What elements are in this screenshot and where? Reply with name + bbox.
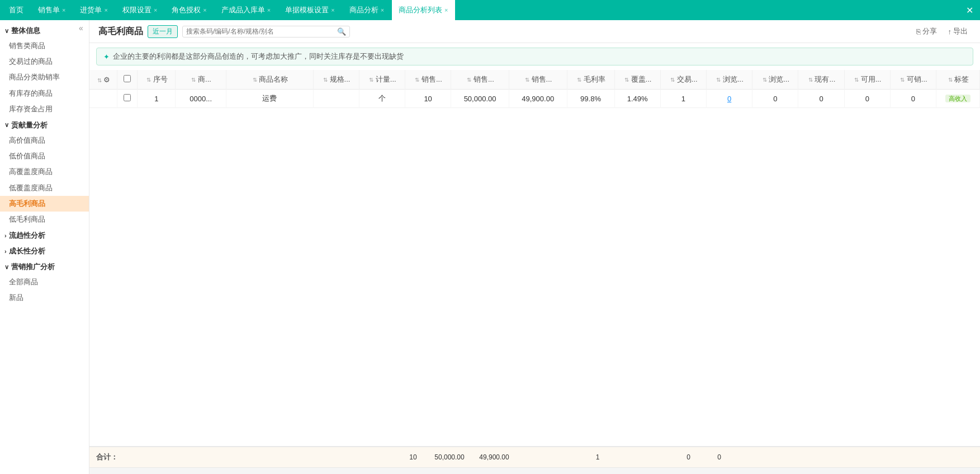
col-header-2: ⇅ 序号 — [138, 70, 176, 90]
nav-tab-close-7[interactable]: × — [381, 7, 384, 13]
cell-0-12: 1 — [660, 90, 706, 108]
col-header-1 — [117, 70, 137, 90]
cell-0-9: 49,900.00 — [509, 90, 567, 108]
sidebar-group-1[interactable]: ∨贡献量分析 — [0, 117, 89, 133]
info-banner: ✦ 企业的主要的利润都是这部分商品创造的，可考虑加大推广，同时关注库存是不要出现… — [96, 48, 973, 65]
cell-0-11: 1.49% — [614, 90, 660, 108]
cell-0-15: 0 — [798, 90, 844, 108]
data-table: ⇅ ⚙⇅ 序号⇅ 商...⇅ 商品名称⇅ 规格...⇅ 计量...⇅ 销售...… — [89, 70, 980, 108]
nav-tab-3[interactable]: 权限设置 × — [116, 0, 164, 20]
nav-tab-close-1[interactable]: × — [62, 7, 65, 13]
nav-tab-close-4[interactable]: × — [203, 7, 206, 13]
footer-cell-3 — [231, 450, 271, 464]
cell-0-13[interactable]: 0 — [707, 90, 752, 108]
content-area: 高毛利商品 近一月 🔍 ⎘ 分享 ↑ 导出 ✦ 企业的主要的利润都是这部分商品创… — [89, 20, 980, 474]
cell-0-18: 高收入 — [936, 90, 980, 108]
cell-0-14: 0 — [752, 90, 798, 108]
sidebar-item-0-0[interactable]: 销售类商品 — [0, 38, 89, 54]
sidebar-group-2[interactable]: ›流趋性分析 — [0, 227, 89, 243]
footer-cell-5 — [338, 450, 371, 464]
footer-cell-15: 0 — [673, 450, 704, 464]
footer-cell-18 — [765, 450, 799, 464]
nav-tab-4[interactable]: 角色授权 × — [165, 0, 213, 20]
nav-tab-close-5[interactable]: × — [267, 7, 271, 13]
top-navigation: 首页销售单 ×进货单 ×权限设置 ×角色授权 ×产成品入库单 ×单据模板设置 ×… — [0, 0, 980, 20]
search-icon[interactable]: 🔍 — [337, 27, 346, 36]
col-header-16: ⇅ 可用... — [844, 70, 890, 90]
export-button[interactable]: ↑ 导出 — [945, 25, 972, 38]
cell-0-4: 运费 — [226, 90, 314, 108]
sidebar-group-3[interactable]: ›成长性分析 — [0, 243, 89, 259]
share-button[interactable]: ⎘ 分享 — [913, 25, 940, 38]
col-header-7: ⇅ 销售... — [405, 70, 451, 90]
nav-tab-2[interactable]: 进货单 × — [73, 0, 114, 20]
sidebar-item-0-3[interactable]: 有库存的商品 — [0, 86, 89, 101]
cell-0-2: 1 — [138, 90, 176, 108]
cell-0-17: 0 — [890, 90, 936, 108]
time-filter-button[interactable]: 近一月 — [148, 25, 178, 38]
group-arrow-icon-3: › — [4, 248, 7, 255]
page-title: 高毛利商品 — [98, 26, 143, 37]
nav-tab-1[interactable]: 销售单 × — [31, 0, 72, 20]
info-icon: ✦ — [103, 53, 110, 61]
cell-0-6: 个 — [359, 90, 405, 108]
sidebar-collapse-button[interactable]: « — [75, 22, 87, 34]
footer-total-bar: 合计： 1050,000.0049,900.00100 — [89, 446, 980, 467]
group-arrow-icon-0: ∨ — [4, 27, 9, 35]
footer-cell-4 — [271, 450, 338, 464]
header-actions: ⎘ 分享 ↑ 导出 — [913, 25, 972, 38]
sidebar-item-1-0[interactable]: 高价值商品 — [0, 133, 89, 148]
sidebar-item-4-1[interactable]: 新品 — [0, 290, 89, 306]
search-input[interactable] — [186, 27, 337, 35]
horizontal-scrollbar[interactable] — [89, 467, 980, 474]
nav-tab-close-3[interactable]: × — [154, 7, 157, 13]
col-header-8: ⇅ 销售... — [451, 70, 509, 90]
data-table-container: ⇅ ⚙⇅ 序号⇅ 商...⇅ 商品名称⇅ 规格...⇅ 计量...⇅ 销售...… — [89, 70, 980, 446]
table-row: 10000...运费个1050,000.0049,900.0099.8%1.49… — [89, 90, 980, 108]
sidebar-item-1-2[interactable]: 高覆盖度商品 — [0, 164, 89, 180]
footer-cell-16: 0 — [704, 450, 735, 464]
nav-tab-close-6[interactable]: × — [331, 7, 334, 13]
nav-tab-8[interactable]: 商品分析列表 × — [392, 0, 455, 20]
col-header-4: ⇅ 商品名称 — [226, 70, 314, 90]
col-header-18: ⇅ 标签 — [936, 70, 980, 90]
col-header-11: ⇅ 覆盖... — [614, 70, 660, 90]
footer-cell-10 — [517, 450, 550, 464]
col-header-5: ⇅ 规格... — [313, 70, 359, 90]
window-close-button[interactable]: ✕ — [962, 3, 978, 18]
col-header-15: ⇅ 现有... — [798, 70, 844, 90]
col-header-17: ⇅ 可销... — [890, 70, 936, 90]
sidebar-item-4-0[interactable]: 全部商品 — [0, 274, 89, 290]
nav-tab-7[interactable]: 商品分析 × — [343, 0, 391, 20]
share-icon: ⎘ — [916, 27, 921, 36]
sidebar-item-1-5[interactable]: 低毛利商品 — [0, 212, 89, 227]
cell-0-7: 10 — [405, 90, 451, 108]
col-header-9: ⇅ 销售... — [509, 70, 567, 90]
nav-tab-close-8[interactable]: × — [444, 7, 448, 13]
footer-cell-11 — [550, 450, 584, 464]
cell-0-3: 0000... — [176, 90, 226, 108]
footer-cell-12: 1 — [584, 450, 612, 464]
sidebar: « ∨整体信息销售类商品交易过的商品商品分类助销率有库存的商品库存资金占用∨贡献… — [0, 20, 89, 474]
nav-tab-close-2[interactable]: × — [104, 7, 107, 13]
content-header: 高毛利商品 近一月 🔍 ⎘ 分享 ↑ 导出 — [89, 20, 980, 43]
sidebar-item-1-4[interactable]: 高毛利商品 — [0, 196, 89, 212]
sidebar-item-1-1[interactable]: 低价值商品 — [0, 148, 89, 164]
sidebar-item-0-4[interactable]: 库存资金占用 — [0, 101, 89, 117]
nav-tab-0[interactable]: 首页 — [2, 0, 30, 20]
cell-0-1[interactable] — [117, 90, 137, 108]
nav-tab-6[interactable]: 单据模板设置 × — [278, 0, 341, 20]
sidebar-group-4[interactable]: ∨营销推广分析 — [0, 259, 89, 274]
sidebar-item-0-1[interactable]: 交易过的商品 — [0, 54, 89, 69]
cell-0-10: 99.8% — [567, 90, 614, 108]
nav-tab-5[interactable]: 产成品入库单 × — [215, 0, 277, 20]
sidebar-item-0-2[interactable]: 商品分类助销率 — [0, 69, 89, 85]
cell-0-5 — [313, 90, 359, 108]
col-header-13: ⇅ 浏览... — [707, 70, 752, 90]
group-arrow-icon-1: ∨ — [4, 121, 9, 129]
sidebar-item-1-3[interactable]: 低覆盖度商品 — [0, 180, 89, 196]
footer-cell-13 — [612, 450, 642, 464]
footer-cell-14 — [642, 450, 673, 464]
footer-cell-8: 50,000.00 — [427, 450, 472, 464]
col-header-0[interactable]: ⇅ ⚙ — [89, 70, 117, 90]
